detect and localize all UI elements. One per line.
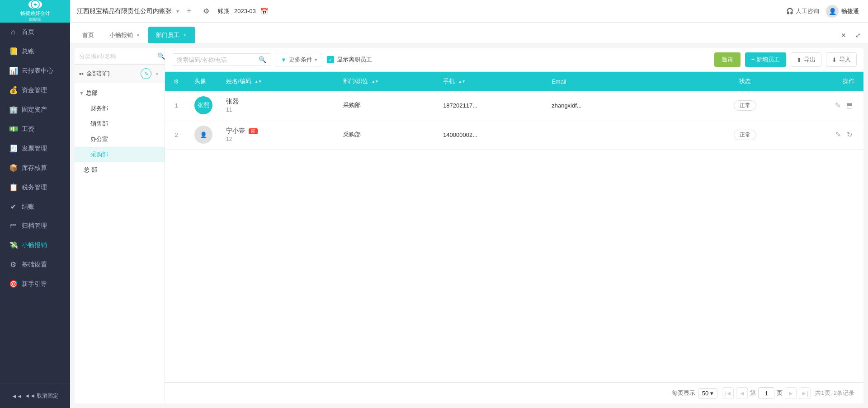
employee-name-text-2: 宁小壹 xyxy=(226,127,245,134)
close-tab-button[interactable]: ✕ xyxy=(838,30,849,41)
tab-dept-employees[interactable]: 部门员工 × xyxy=(148,27,195,43)
sidebar-item-payroll[interactable]: 💵 工资 xyxy=(0,119,70,139)
total-records: 共1页, 2条记录 xyxy=(815,389,854,397)
sidebar-item-invoice[interactable]: 🧾 发票管理 xyxy=(0,139,70,158)
tab-close-xiaochang[interactable]: × xyxy=(136,32,141,38)
prev-page-button[interactable]: ◄ xyxy=(736,387,748,399)
content-area: 首页 小畅报销 × 部门员工 × ✕ ⤢ 🔍 xyxy=(70,23,868,408)
sidebar: ⌂ 首页 📒 总账 📊 云报表中心 💰 资金管理 🏢 固定资产 💵 工资 xyxy=(0,23,70,408)
th-avatar: 头像 xyxy=(188,72,219,91)
dept-node-office[interactable]: 办公室 xyxy=(75,131,165,147)
per-page-dropdown[interactable]: 50 ▾ xyxy=(698,388,717,399)
next-page-button[interactable]: ► xyxy=(785,387,797,399)
dept-node-finance[interactable]: 财务部 xyxy=(75,101,165,116)
sidebar-item-reports[interactable]: 📊 云报表中心 xyxy=(0,61,70,80)
user-info[interactable]: 👤 畅捷通 xyxy=(826,5,859,18)
sidebar-item-general-ledger[interactable]: 📒 总账 xyxy=(0,42,70,61)
sidebar-item-archive[interactable]: 🗃 归档管理 xyxy=(0,216,70,235)
th-phone[interactable]: 手机 ▲▼ xyxy=(436,72,545,91)
th-settings[interactable]: ⚙ xyxy=(165,72,188,91)
calendar-icon[interactable]: 📅 xyxy=(260,8,268,15)
sidebar-item-guide[interactable]: 🎯 新手引导 xyxy=(0,274,70,294)
employee-badge-2: 应 xyxy=(249,128,258,134)
settings-icon[interactable]: ⚙ xyxy=(199,4,213,19)
th-dept[interactable]: 部门/职位 ▲▼ xyxy=(336,72,437,91)
header-right: 🎧 人工咨询 👤 畅捷通 xyxy=(786,5,868,18)
sidebar-scroll: ⌂ 首页 📒 总账 📊 云报表中心 💰 资金管理 🏢 固定资产 💵 工资 xyxy=(0,23,70,384)
dept-search-input[interactable] xyxy=(79,53,155,60)
sidebar-item-settings[interactable]: ⚙ 基础设置 xyxy=(0,255,70,274)
search-input[interactable] xyxy=(177,56,256,63)
sidebar-item-xiaochang[interactable]: 💸 小畅报销 xyxy=(0,235,70,255)
user-avatar: 👤 xyxy=(826,5,839,18)
dept-search: 🔍 xyxy=(75,48,165,65)
show-resigned-checkbox[interactable]: ✓ 显示离职员工 xyxy=(327,56,372,64)
sidebar-item-fixed-assets[interactable]: 🏢 固定资产 xyxy=(0,100,70,119)
per-page-selector: 每页显示 50 ▾ xyxy=(672,388,717,399)
filter-button[interactable]: ▼ 更多条件 ▾ xyxy=(276,53,322,66)
dept-collapse-button[interactable]: « xyxy=(154,70,160,77)
dept-node-purchase[interactable]: 采购部 xyxy=(75,147,165,162)
last-page-button[interactable]: ►| xyxy=(799,387,811,399)
add-employee-button[interactable]: + 新增员工 xyxy=(745,52,786,67)
sort-name-icon: ▲▼ xyxy=(255,80,262,84)
search-box[interactable]: 🔍 xyxy=(172,53,271,66)
refresh-button-2[interactable]: ↻ xyxy=(845,131,854,138)
logo-text: 畅捷通好会计 xyxy=(20,10,50,17)
logo-sub: 旗舰版 xyxy=(29,17,41,23)
first-page-button[interactable]: |◄ xyxy=(722,387,734,399)
dept-node-label-office: 办公室 xyxy=(90,135,108,143)
export-label: 导出 xyxy=(804,56,816,64)
employee-table-container: ⚙ 头像 姓名/编码 ▲▼ 部门/职位 xyxy=(165,72,863,382)
import-button[interactable]: ⬇ 导入 xyxy=(826,52,857,67)
add-employee-label: + 新增员工 xyxy=(751,56,780,64)
avatar-icon-2: 👤 xyxy=(200,131,207,138)
show-resigned-label: 显示离职员工 xyxy=(337,56,372,64)
avatar-icon: 👤 xyxy=(829,8,836,15)
sidebar-item-checkout[interactable]: ✔ 结账 xyxy=(0,197,70,216)
th-name-code[interactable]: 姓名/编码 ▲▼ xyxy=(219,72,336,91)
per-page-value: 50 xyxy=(702,390,708,397)
settings-sidebar-icon: ⚙ xyxy=(9,260,17,269)
edit-button-1[interactable]: ✎ xyxy=(833,101,843,109)
dept-node-general-hq[interactable]: 总 部 xyxy=(75,162,165,178)
dept-edit-button[interactable]: ✎ xyxy=(141,68,151,79)
logout-button-1[interactable]: ⬒ xyxy=(844,101,854,109)
sidebar-label-settings: 基础设置 xyxy=(22,261,47,269)
add-tab-button[interactable]: + xyxy=(184,6,194,17)
tab-home[interactable]: 首页 xyxy=(75,27,102,43)
sidebar-item-home[interactable]: ⌂ 首页 xyxy=(0,23,70,42)
avatar-2: 👤 xyxy=(194,126,212,144)
edit-button-2[interactable]: ✎ xyxy=(834,131,843,138)
expand-tab-button[interactable]: ⤢ xyxy=(853,30,863,41)
dropdown-arrow-icon[interactable]: ▾ xyxy=(176,8,179,14)
dept-node-label-sales: 销售部 xyxy=(90,120,108,128)
employee-name-2: 宁小壹 应 xyxy=(226,127,330,135)
sidebar-label-checkout: 结账 xyxy=(22,203,34,211)
dept-node-headquarters[interactable]: ▼ 总部 xyxy=(75,85,165,101)
customer-service-button[interactable]: 🎧 人工咨询 xyxy=(786,7,819,15)
dept-node-sales[interactable]: 销售部 xyxy=(75,116,165,131)
dept-all-label[interactable]: 全部部门 xyxy=(86,70,138,78)
export-button[interactable]: ⬆ 导出 xyxy=(791,52,821,67)
filter-icon: ▼ xyxy=(281,56,287,63)
td-email-2 xyxy=(545,120,695,150)
td-name-1: 张熙 11 xyxy=(219,91,336,120)
header-company: 江西服宝精品有限责任公司内账张 ▾ + ⚙ 账期 2023-03 📅 xyxy=(70,4,786,19)
sidebar-item-finance[interactable]: 💰 资金管理 xyxy=(0,80,70,100)
tax-icon: 📋 xyxy=(9,183,17,192)
employees-page: 🔍 ▪▪ 全部部门 ✎ « ▼ 总部 财务部 xyxy=(75,48,863,403)
sidebar-item-inventory[interactable]: 📦 库存核算 xyxy=(0,158,70,178)
export-icon: ⬆ xyxy=(797,56,802,63)
tab-close-dept[interactable]: × xyxy=(182,32,187,38)
invoice-icon: 🧾 xyxy=(9,144,17,153)
filter-label: 更多条件 xyxy=(289,56,312,64)
invite-button[interactable]: 邀请 xyxy=(714,52,741,67)
guide-icon: 🎯 xyxy=(9,280,17,288)
employee-code-2: 12 xyxy=(226,136,330,142)
tab-xiaochang-expense[interactable]: 小畅报销 × xyxy=(102,27,148,43)
dept-node-label-hq: 总 部 xyxy=(84,166,97,174)
pin-button[interactable]: ◄◄ ◄◄ 取消固定 xyxy=(0,389,70,403)
sidebar-item-tax[interactable]: 📋 税务管理 xyxy=(0,178,70,197)
page-input[interactable] xyxy=(758,387,774,399)
